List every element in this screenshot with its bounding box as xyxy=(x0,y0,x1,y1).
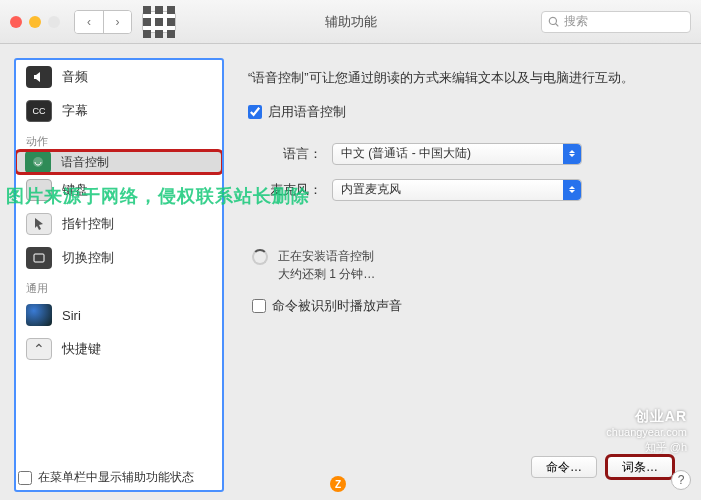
description-text: “语音控制”可让您通过朗读的方式来编辑文本以及与电脑进行互动。 xyxy=(248,68,673,89)
sidebar-item-shortcut[interactable]: ⌃ 快捷键 xyxy=(16,332,222,366)
sidebar-item-label: 指针控制 xyxy=(62,215,114,233)
enable-voice-checkbox[interactable] xyxy=(248,105,262,119)
menubar-status-label: 在菜单栏中显示辅助功能状态 xyxy=(38,469,194,486)
enable-voice-label: 启用语音控制 xyxy=(268,103,346,121)
switch-icon xyxy=(26,247,52,269)
sidebar-item-keyboard[interactable]: 键盘 xyxy=(16,173,222,207)
captions-icon: CC xyxy=(26,100,52,122)
svg-rect-5 xyxy=(167,18,175,26)
sidebar-item-audio[interactable]: 音频 xyxy=(16,60,222,94)
keyboard-icon xyxy=(26,179,52,201)
language-value: 中文 (普通话 - 中国大陆) xyxy=(341,145,471,162)
play-sound-checkbox[interactable] xyxy=(252,299,266,313)
sidebar-item-label: 键盘 xyxy=(62,181,88,199)
search-field[interactable]: 搜索 xyxy=(541,11,691,33)
back-button[interactable]: ‹ xyxy=(75,11,103,33)
svg-rect-0 xyxy=(143,6,151,14)
search-placeholder: 搜索 xyxy=(564,13,588,30)
speaker-icon xyxy=(26,66,52,88)
chevron-updown-icon xyxy=(563,180,581,200)
sidebar-item-switch[interactable]: 切换控制 xyxy=(16,241,222,275)
nav-back-forward[interactable]: ‹ › xyxy=(74,10,132,34)
sidebar-item-label: Siri xyxy=(62,308,81,323)
play-sound-label: 命令被识别时播放声音 xyxy=(272,297,402,315)
window-controls[interactable] xyxy=(10,16,60,28)
minimize-dot[interactable] xyxy=(29,16,41,28)
voice-icon xyxy=(25,151,51,173)
shortcut-icon: ⌃ xyxy=(26,338,52,360)
sidebar-item-voice-control[interactable]: 语音控制 xyxy=(16,151,222,173)
sidebar-item-pointer[interactable]: 指针控制 xyxy=(16,207,222,241)
svg-rect-1 xyxy=(155,6,163,14)
close-dot[interactable] xyxy=(10,16,22,28)
svg-rect-2 xyxy=(167,6,175,14)
show-all-button[interactable] xyxy=(142,11,176,33)
main-panel: “语音控制”可让您通过朗读的方式来编辑文本以及与电脑进行互动。 启用语音控制 语… xyxy=(224,44,701,500)
spinner-icon xyxy=(252,249,268,265)
svg-rect-10 xyxy=(34,254,44,262)
mic-label: 麦克风： xyxy=(248,181,322,199)
language-select[interactable]: 中文 (普通话 - 中国大陆) xyxy=(332,143,582,165)
sidebar-item-captions[interactable]: CC 字幕 xyxy=(16,94,222,128)
sidebar-item-siri[interactable]: Siri xyxy=(16,298,222,332)
svg-rect-4 xyxy=(155,18,163,26)
sidebar-item-label: 音频 xyxy=(62,68,88,86)
sidebar-item-label: 快捷键 xyxy=(62,340,101,358)
vocab-button[interactable]: 词条… xyxy=(607,456,673,478)
mic-select[interactable]: 内置麦克风 xyxy=(332,179,582,201)
menubar-status-checkbox[interactable] xyxy=(18,471,32,485)
svg-rect-6 xyxy=(143,30,151,38)
svg-rect-8 xyxy=(167,30,175,38)
siri-icon xyxy=(26,304,52,326)
language-label: 语言： xyxy=(248,145,322,163)
sidebar-item-label: 切换控制 xyxy=(62,249,114,267)
sidebar: 音频 CC 字幕 动作 语音控制 键盘 指针控制 切换控制 xyxy=(14,58,224,492)
sidebar-item-label: 字幕 xyxy=(62,102,88,120)
help-button[interactable]: ? xyxy=(671,470,691,490)
install-status: 正在安装语音控制 大约还剩 1 分钟… xyxy=(278,247,375,283)
forward-button[interactable]: › xyxy=(103,11,131,33)
svg-rect-7 xyxy=(155,30,163,38)
svg-rect-3 xyxy=(143,18,151,26)
sidebar-category: 通用 xyxy=(16,275,222,298)
sidebar-category: 动作 xyxy=(16,128,222,151)
sidebar-item-label: 语音控制 xyxy=(61,154,109,171)
mic-value: 内置麦克风 xyxy=(341,181,401,198)
chevron-updown-icon xyxy=(563,144,581,164)
zoom-dot[interactable] xyxy=(48,16,60,28)
pointer-icon xyxy=(26,213,52,235)
search-icon xyxy=(548,16,560,28)
commands-button[interactable]: 命令… xyxy=(531,456,597,478)
z-badge-icon: Z xyxy=(330,476,346,492)
